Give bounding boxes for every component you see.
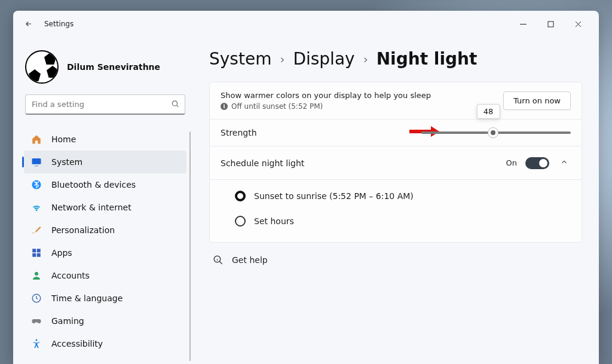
nav-label: Bluetooth & devices <box>51 180 136 189</box>
search-input[interactable] <box>25 94 185 115</box>
svg-point-8 <box>35 272 38 276</box>
radio-sunset-to-sunrise[interactable]: Sunset to sunrise (5:52 PM – 6:10 AM) <box>210 183 582 209</box>
nav-item-time[interactable]: Time & language <box>24 287 186 310</box>
strength-slider[interactable]: 48 <box>421 131 571 134</box>
settings-window: Settings Dilum Senevirathne <box>13 11 599 364</box>
profile-section[interactable]: Dilum Senevirathne <box>20 48 190 94</box>
nav-item-network[interactable]: Network & internet <box>24 196 186 219</box>
collapse-chevron-icon[interactable] <box>558 155 571 171</box>
svg-rect-5 <box>37 249 41 252</box>
search-wrap <box>25 94 185 115</box>
svg-rect-4 <box>32 249 36 252</box>
schedule-options: Sunset to sunrise (5:52 PM – 6:10 AM) Se… <box>210 179 582 242</box>
slider-value-tooltip: 48 <box>477 104 500 119</box>
person-icon <box>31 270 42 281</box>
nav-item-personalization[interactable]: Personalization <box>24 219 186 241</box>
svg-rect-7 <box>37 253 41 257</box>
bluetooth-icon <box>31 179 42 190</box>
nav-item-system[interactable]: System <box>24 151 186 173</box>
status-hint: i Off until sunset (5:52 PM) <box>221 102 431 111</box>
svg-point-10 <box>36 339 38 341</box>
schedule-toggle[interactable] <box>525 157 549 169</box>
nav-label: Accessibility <box>51 339 103 348</box>
clock-icon <box>31 293 42 304</box>
wifi-icon <box>31 202 42 213</box>
back-button[interactable] <box>20 16 37 32</box>
svg-rect-6 <box>32 253 36 257</box>
chevron-right-icon: › <box>362 52 369 66</box>
nav-item-accounts[interactable]: Accounts <box>24 264 186 287</box>
schedule-state-text: On <box>506 158 517 167</box>
svg-rect-0 <box>548 22 553 27</box>
profile-name: Dilum Senevirathne <box>67 62 160 72</box>
maximize-button[interactable] <box>537 14 564 33</box>
title-bar: Settings <box>13 11 599 37</box>
radio-icon <box>235 191 246 201</box>
turn-on-button[interactable]: Turn on now <box>503 91 571 110</box>
schedule-row: Schedule night light On <box>210 146 582 179</box>
radio-label: Set hours <box>254 216 294 226</box>
slider-thumb[interactable]: 48 <box>488 127 498 138</box>
get-help-link[interactable]: Get help <box>209 243 582 277</box>
nav-item-bluetooth[interactable]: Bluetooth & devices <box>24 173 186 196</box>
home-icon <box>31 134 42 145</box>
nav-label: Time & language <box>51 293 123 303</box>
sidebar: Dilum Senevirathne Home System <box>13 37 192 364</box>
svg-rect-2 <box>32 158 41 164</box>
nav-item-gaming[interactable]: Gaming <box>24 310 186 332</box>
night-light-summary-card: Show warmer colors on your display to he… <box>209 82 582 243</box>
app-title: Settings <box>44 20 74 28</box>
window-controls <box>509 14 592 33</box>
info-icon: i <box>221 103 228 110</box>
nav-item-accessibility[interactable]: Accessibility <box>24 332 186 355</box>
radio-label: Sunset to sunrise (5:52 PM – 6:10 AM) <box>254 191 414 201</box>
strength-row: Strength 48 <box>210 119 582 146</box>
apps-icon <box>31 247 42 258</box>
nav-label: Gaming <box>51 316 84 326</box>
nav-label: Personalization <box>51 225 115 235</box>
schedule-label: Schedule night light <box>221 158 304 168</box>
breadcrumb: System › Display › Night light <box>209 49 582 69</box>
breadcrumb-current: Night light <box>377 49 478 69</box>
summary-row: Show warmer colors on your display to he… <box>210 82 582 119</box>
nav-label: Apps <box>51 248 72 258</box>
help-label: Get help <box>232 255 268 265</box>
description-text: Show warmer colors on your display to he… <box>221 91 431 100</box>
nav-label: Network & internet <box>51 203 131 212</box>
breadcrumb-system[interactable]: System <box>209 49 271 69</box>
close-button[interactable] <box>564 14 592 33</box>
nav-list: Home System Bluetooth & devices Network … <box>20 128 190 355</box>
content-area: System › Display › Night light Show warm… <box>192 37 599 364</box>
brush-icon <box>31 225 42 235</box>
system-icon <box>31 157 42 167</box>
nav-item-home[interactable]: Home <box>24 128 186 151</box>
help-icon <box>213 255 224 265</box>
chevron-right-icon: › <box>279 52 286 66</box>
status-text: Off until sunset (5:52 PM) <box>231 102 323 111</box>
radio-set-hours[interactable]: Set hours <box>210 209 582 234</box>
radio-icon <box>235 216 246 227</box>
nav-label: Home <box>51 134 76 144</box>
nav-label: Accounts <box>51 271 90 280</box>
svg-point-1 <box>172 101 177 106</box>
accessibility-icon <box>31 338 42 349</box>
breadcrumb-display[interactable]: Display <box>293 49 354 69</box>
minimize-button[interactable] <box>509 14 537 33</box>
gamepad-icon <box>31 316 42 326</box>
search-icon <box>171 99 179 111</box>
strength-label: Strength <box>221 128 257 137</box>
avatar <box>25 50 59 84</box>
nav-label: System <box>51 157 82 167</box>
nav-item-apps[interactable]: Apps <box>24 241 186 264</box>
